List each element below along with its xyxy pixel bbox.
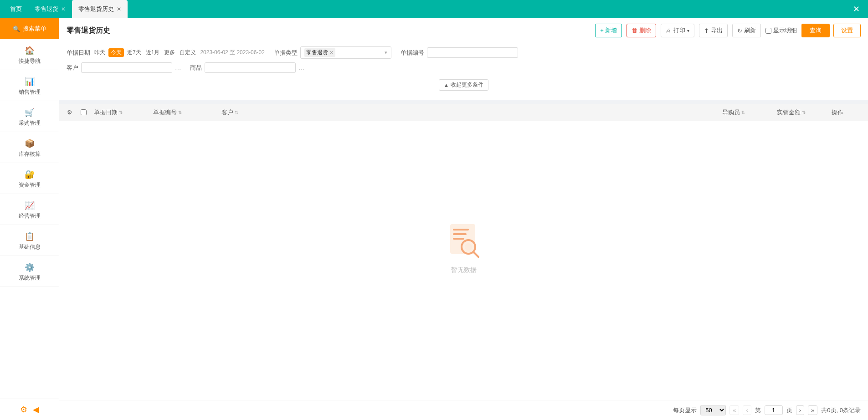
- delete-button[interactable]: 🗑 删除: [627, 24, 656, 37]
- sidebar-item-basic-info[interactable]: 📋 基础信息: [0, 225, 59, 256]
- sidebar-item-sales-mgmt[interactable]: 📊 销售管理: [0, 70, 59, 101]
- first-page-btn[interactable]: «: [729, 405, 739, 415]
- home-icon: 🏠: [25, 46, 35, 56]
- sidebar-search[interactable]: 🔍 搜索菜单: [0, 18, 59, 39]
- customer-sort-icon: ⇅: [235, 110, 238, 115]
- print-button[interactable]: 🖨 🖨 打印 打印 ▾: [661, 24, 694, 37]
- page-title-row: 零售退货历史 + 新增 🗑 删除 🖨 🖨 打印 打印 ▾ ⬆ 导出: [67, 24, 861, 37]
- next-page-btn[interactable]: ›: [796, 405, 804, 415]
- sidebar-item-inventory[interactable]: 📦 库存核算: [0, 132, 59, 163]
- tab-retail-return-history[interactable]: 零售退货历史 ✕: [72, 0, 128, 18]
- shortcut-yesterday[interactable]: 昨天: [93, 48, 107, 57]
- shortcut-custom[interactable]: 自定义: [178, 48, 197, 57]
- filter-customer: 客户 ...: [67, 62, 181, 73]
- filter-voucher-no: 单据编号: [401, 47, 518, 58]
- table-area: ⚙ 单据日期 ⇅ 单据编号 ⇅ 客户 ⇅ 导购员 ⇅: [59, 104, 868, 400]
- export-button[interactable]: ⬆ 导出: [699, 24, 728, 37]
- close-retail-return-history-tab[interactable]: ✕: [117, 6, 121, 12]
- svg-rect-1: [453, 229, 469, 230]
- sidebar-bottom: ⚙ ◀: [0, 399, 59, 420]
- customer-ellipsis-icon[interactable]: ...: [175, 64, 181, 72]
- date-sort-icon: ⇅: [119, 110, 123, 115]
- page-header: 零售退货历史 + 新增 🗑 删除 🖨 🖨 打印 打印 ▾ ⬆ 导出: [59, 18, 868, 100]
- sidebar-item-purchase-mgmt[interactable]: 🛒 采购管理: [0, 101, 59, 132]
- query-button[interactable]: 查询: [801, 24, 830, 37]
- filter-voucher-type: 单据类型 零售退货 ✕ ▾: [274, 46, 391, 59]
- page-size-select[interactable]: 20 50 100: [700, 405, 726, 415]
- customer-input[interactable]: [81, 62, 172, 73]
- sidebar-item-operations[interactable]: 📈 经营管理: [0, 194, 59, 225]
- last-page-btn[interactable]: »: [808, 405, 817, 415]
- svg-rect-3: [453, 238, 464, 240]
- page-title: 零售退货历史: [67, 26, 110, 36]
- svg-line-5: [473, 252, 478, 257]
- filter-row-2: 客户 ... 商品 ...: [67, 62, 861, 73]
- action-btns: 查询 设置: [801, 24, 861, 37]
- sidebar: 🔍 搜索菜单 🏠 快捷导航 📊 销售管理 🛒 采购管理 📦 库存核算 🔐 资金管…: [0, 18, 59, 420]
- voucher-sort-icon: ⇅: [178, 110, 182, 115]
- prev-page-btn[interactable]: ‹: [743, 405, 751, 415]
- voucher-no-input[interactable]: [427, 47, 518, 58]
- collapse-sidebar-icon[interactable]: ◀: [33, 405, 39, 415]
- table-header: ⚙ 单据日期 ⇅ 单据编号 ⇅ 客户 ⇅ 导购员 ⇅: [59, 104, 868, 121]
- main-layout: 🔍 搜索菜单 🏠 快捷导航 📊 销售管理 🛒 采购管理 📦 库存核算 🔐 资金管…: [0, 18, 868, 420]
- sys-icon: ⚙️: [25, 262, 35, 272]
- empty-state: 暂无数据: [59, 121, 868, 400]
- sidebar-item-finance[interactable]: 🔐 资金管理: [0, 163, 59, 194]
- select-all-checkbox[interactable]: [81, 109, 87, 115]
- collapse-filter-btn[interactable]: ▲ 收起更多条件: [439, 79, 489, 91]
- search-icon: 🔍: [13, 26, 20, 32]
- show-detail-checkbox[interactable]: [765, 28, 771, 34]
- filter-goods: 商品 ...: [190, 62, 304, 73]
- th-date[interactable]: 单据日期 ⇅: [90, 108, 149, 117]
- voucher-type-tag: 零售退货 ✕: [304, 48, 335, 57]
- new-button[interactable]: + 新增: [595, 24, 622, 37]
- operations-icon: 📈: [25, 200, 35, 210]
- empty-state-illustration: [441, 220, 487, 261]
- voucher-type-select[interactable]: 零售退货 ✕ ▾: [300, 46, 391, 59]
- top-tab-bar: 首页 零售退货 ✕ 零售退货历史 ✕ ✕: [0, 0, 868, 18]
- filter-row-1: 单据日期 昨天 今天 近7天 近1月 更多 自定义 2023-06-02 至 2…: [67, 46, 861, 59]
- goods-input[interactable]: [205, 62, 296, 73]
- shortcut-more[interactable]: 更多: [163, 48, 176, 57]
- collapse-up-icon: ▲: [444, 82, 449, 88]
- page-number-input[interactable]: [765, 405, 783, 415]
- sales-icon: 📊: [25, 77, 35, 87]
- sidebar-item-sys-mgmt[interactable]: ⚙️ 系统管理: [0, 256, 59, 287]
- date-shortcuts: 昨天 今天 近7天 近1月 更多 自定义: [93, 48, 197, 57]
- th-operation: 操作: [828, 108, 864, 117]
- svg-point-6: [465, 243, 472, 251]
- filter-area: 单据日期 昨天 今天 近7天 近1月 更多 自定义 2023-06-02 至 2…: [67, 42, 861, 100]
- refresh-button[interactable]: ↻ 刷新: [732, 24, 761, 37]
- print-dropdown-icon: ▾: [687, 28, 689, 33]
- basic-info-icon: 📋: [25, 231, 35, 241]
- toolbar: + 新增 🗑 删除 🖨 🖨 打印 打印 ▾ ⬆ 导出 ↻ 刷新: [595, 24, 861, 37]
- th-customer[interactable]: 客户 ⇅: [218, 108, 719, 117]
- settings-button[interactable]: 设置: [833, 24, 861, 37]
- voucher-type-tag-clear[interactable]: ✕: [329, 50, 334, 56]
- close-retail-return-tab[interactable]: ✕: [61, 6, 66, 12]
- tab-retail-return[interactable]: 零售退货 ✕: [28, 0, 72, 18]
- sidebar-item-quick-nav[interactable]: 🏠 快捷导航: [0, 39, 59, 70]
- filter-date: 单据日期 昨天 今天 近7天 近1月 更多 自定义 2023-06-02 至 2…: [67, 48, 265, 57]
- svg-rect-2: [453, 233, 467, 235]
- page-total: 共0页, 0条记录: [821, 406, 861, 415]
- voucher-type-dropdown-icon: ▾: [385, 50, 387, 56]
- tab-home[interactable]: 首页: [4, 0, 28, 18]
- th-settings-icon[interactable]: ⚙: [63, 109, 77, 116]
- th-amount[interactable]: 实销金额 ⇅: [773, 108, 828, 117]
- purchase-icon: 🛒: [25, 108, 35, 118]
- window-close-btn[interactable]: ✕: [848, 4, 864, 14]
- settings-bottom-icon[interactable]: ⚙: [20, 405, 27, 415]
- th-voucher-no[interactable]: 单据编号 ⇅: [149, 108, 218, 117]
- goods-ellipsis-icon[interactable]: ...: [298, 64, 304, 72]
- th-select-all[interactable]: [77, 109, 90, 115]
- shortcut-last1m[interactable]: 近1月: [144, 48, 161, 57]
- shortcut-last7[interactable]: 近7天: [126, 48, 143, 57]
- content-area: 零售退货历史 + 新增 🗑 删除 🖨 🖨 打印 打印 ▾ ⬆ 导出: [59, 18, 868, 420]
- shortcut-today[interactable]: 今天: [108, 48, 124, 57]
- th-guide[interactable]: 导购员 ⇅: [719, 108, 773, 117]
- show-detail-checkbox-label[interactable]: 显示明细: [765, 26, 797, 35]
- finance-icon: 🔐: [25, 169, 35, 179]
- amount-sort-icon: ⇅: [802, 110, 806, 115]
